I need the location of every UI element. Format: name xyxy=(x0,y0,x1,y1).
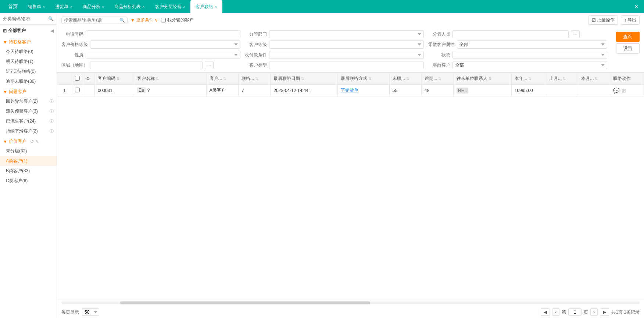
payment-select[interactable] xyxy=(269,51,424,59)
triangle-icon: ▼ xyxy=(3,40,7,45)
sort-icon-lcm[interactable]: ⇅ xyxy=(368,77,371,81)
prev-page-btn[interactable]: ‹ xyxy=(552,308,559,316)
value-group-title: ▼ 价值客户 ↺ ✎ xyxy=(0,136,57,146)
sort-icon-tm[interactable]: ⇅ xyxy=(595,77,598,81)
scrollbar-thumb[interactable] xyxy=(120,301,370,304)
customer-type-input[interactable] xyxy=(269,61,424,69)
sort-icon-cc[interactable]: ⇅ xyxy=(255,77,258,81)
dept-select[interactable] xyxy=(269,30,424,38)
th-no-contact: 未联... ⇅ xyxy=(389,73,421,85)
sidebar-item-ungrouped[interactable]: 未分组(32) xyxy=(0,146,57,156)
more-conditions-btn[interactable]: ▼ 更多条件 ∨ xyxy=(130,17,158,23)
info-icon-3[interactable]: ⓘ xyxy=(50,119,54,124)
horizontal-scrollbar[interactable] xyxy=(61,301,640,304)
all-customers-header[interactable]: ⊞ 全部客户 ◀ xyxy=(0,25,57,37)
nav-close-customer-segment[interactable]: × xyxy=(183,4,185,9)
total-info: 共1页 1条记录 xyxy=(611,309,640,315)
nav-customer-contact[interactable]: 客户联络 × xyxy=(190,0,222,13)
sort-icon-lcd[interactable]: ⇅ xyxy=(301,77,304,81)
per-page-select[interactable]: 50 100 200 xyxy=(82,308,99,316)
first-page-btn[interactable]: ◀ xyxy=(541,308,550,316)
sidebar-item-a-class[interactable]: A类客户(1) xyxy=(0,156,57,166)
sort-icon-ty[interactable]: ⇅ xyxy=(528,77,531,81)
sidebar-item-declining[interactable]: 持续下滑客户(2) ⓘ xyxy=(0,126,57,136)
nav-close-product-analysis-list[interactable]: × xyxy=(142,4,144,9)
sidebar-item-lost[interactable]: 已流失客户(24) ⓘ xyxy=(0,116,57,126)
search-icon[interactable]: 🔍 xyxy=(119,18,125,23)
settings-icon[interactable]: ⚙ xyxy=(86,76,90,81)
nav-purchase-order[interactable]: 进货单 × xyxy=(50,0,77,13)
info-icon-2[interactable]: ⓘ xyxy=(50,109,54,114)
nav-close-purchase[interactable]: × xyxy=(70,4,72,9)
th-code: 客户编码 ⇅ xyxy=(95,73,134,85)
sort-icon-lm[interactable]: ⇅ xyxy=(563,77,566,81)
price-level-select[interactable] xyxy=(90,40,240,49)
chat-icon[interactable]: 💬 xyxy=(613,88,619,93)
sidebar-item-today[interactable]: 今天待联络(0) xyxy=(0,47,57,57)
nav-customer-segment[interactable]: 客户分层经营 × xyxy=(150,0,190,13)
sidebar-item-overdue[interactable]: 逾期未联络(30) xyxy=(0,77,57,86)
region-input[interactable] xyxy=(90,61,203,69)
select-all-checkbox[interactable] xyxy=(75,76,80,81)
customer-type-label: 客户类型 xyxy=(245,62,267,68)
close-all-tabs[interactable]: × xyxy=(632,3,641,10)
sort-icon-name[interactable]: ⇅ xyxy=(156,77,159,81)
sort-icon-od[interactable]: ⇅ xyxy=(438,77,441,81)
filter-cell-region: 区域（地区） ··· xyxy=(61,61,245,69)
nature-select[interactable] xyxy=(86,51,240,59)
th-last-month: 上月... ⇅ xyxy=(546,73,578,85)
batch-checkbox-icon: ☑ xyxy=(592,18,596,23)
export-btn[interactable]: ↑ 导出 xyxy=(621,15,640,25)
row-name: Ea？ xyxy=(134,85,206,96)
last-contact-method-link[interactable]: 下销货单 xyxy=(341,88,358,93)
edit-icon[interactable]: ✎ xyxy=(35,139,39,144)
top-navigation: 首页 销售单 × 进货单 × 商品分析 × 商品分析列表 × 客户分层经营 × … xyxy=(0,0,644,13)
retail-attr-select[interactable]: 全部 xyxy=(457,40,607,49)
person-input[interactable] xyxy=(452,30,569,38)
info-icon-4[interactable]: ⓘ xyxy=(50,128,54,134)
sort-icon-ctype[interactable]: ⇅ xyxy=(223,77,226,81)
query-button[interactable]: 查询 xyxy=(616,32,640,42)
setting-button[interactable]: 设置 xyxy=(616,43,640,54)
my-customers-checkbox[interactable] xyxy=(161,18,166,22)
person-dots-btn[interactable]: ··· xyxy=(571,30,580,38)
sidebar-item-7days[interactable]: 近7天待联络(0) xyxy=(0,67,57,77)
search-input[interactable] xyxy=(64,18,119,23)
next-page-btn[interactable]: › xyxy=(590,308,598,316)
nav-product-analysis-list[interactable]: 商品分析列表 × xyxy=(109,0,150,13)
th-name: 客户名称 ⇅ xyxy=(134,73,206,85)
refresh-icon[interactable]: ↺ xyxy=(30,139,34,144)
region-dots-btn[interactable]: ··· xyxy=(205,61,214,69)
nav-close-sales[interactable]: × xyxy=(43,4,45,9)
sidebar-item-tomorrow[interactable]: 明天待联络(1) xyxy=(0,57,57,67)
sidebar-item-b-class[interactable]: B类客户(33) xyxy=(0,166,57,176)
sort-icon-uc[interactable]: ⇅ xyxy=(489,77,491,81)
info-icon-1[interactable]: ⓘ xyxy=(50,99,54,104)
sidebar-item-repurchase-anomaly[interactable]: 回购异常客户(2) ⓘ xyxy=(0,96,57,106)
phone-input[interactable] xyxy=(86,30,240,38)
row-checkbox[interactable] xyxy=(75,88,80,92)
nav-close-customer-contact[interactable]: × xyxy=(215,4,217,9)
sidebar-search-icon[interactable]: 🔍 xyxy=(48,16,54,21)
grid-action-icon[interactable]: ⊞ xyxy=(622,88,626,93)
row-last-month xyxy=(546,85,578,96)
nav-sales-order[interactable]: 销售单 × xyxy=(23,0,50,13)
nav-product-analysis[interactable]: 商品分析 × xyxy=(78,0,109,13)
sort-icon-code[interactable]: ⇅ xyxy=(117,77,119,81)
customer-level-select[interactable] xyxy=(269,40,424,49)
th-last-contact-date: 最后联络日期 ⇅ xyxy=(271,73,338,85)
sidebar-search-input[interactable] xyxy=(3,16,47,21)
action-buttons: 查询 设置 xyxy=(612,30,640,69)
nav-home[interactable]: 首页 xyxy=(3,0,23,13)
status-select[interactable] xyxy=(452,51,607,59)
nav-close-product-analysis[interactable]: × xyxy=(102,4,104,9)
last-page-btn[interactable]: ▶ xyxy=(600,308,609,316)
sidebar-item-lost-warning[interactable]: 流失预警客户(3) ⓘ xyxy=(0,106,57,116)
my-customers-checkbox-container: 我分管的客户 xyxy=(161,17,194,23)
retail-customer-select[interactable]: 全部 xyxy=(452,61,607,69)
batch-ops-btn[interactable]: ☑ 批量操作 xyxy=(588,15,618,25)
sidebar-collapse-btn[interactable]: ◀ xyxy=(50,28,54,33)
sort-icon-nc[interactable]: ⇅ xyxy=(406,77,409,81)
page-input[interactable] xyxy=(568,308,582,316)
sidebar-item-c-class[interactable]: C类客户(6) xyxy=(0,176,57,186)
